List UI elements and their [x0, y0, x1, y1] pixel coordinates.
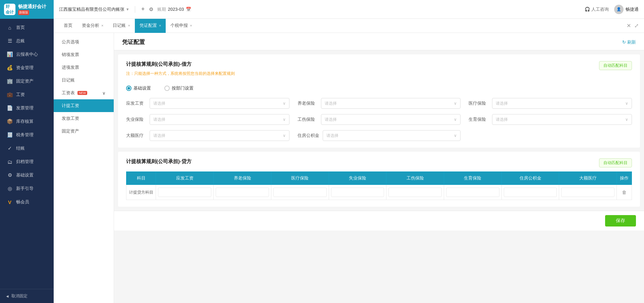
sidebar-item-assets[interactable]: 🏢 固定资产	[0, 74, 54, 88]
th-pension: 养老保险	[214, 172, 271, 185]
select-housing-placeholder: 请选择	[326, 133, 338, 139]
company-selector[interactable]: 江西服宝精品有限责任公司内账张 ▾	[59, 6, 129, 12]
left-menu-journal[interactable]: 日记账	[54, 74, 114, 87]
radio-basic[interactable]: 基础设置	[126, 85, 151, 91]
user-menu[interactable]: 👤 畅捷通	[614, 5, 639, 14]
sidebar-nav: ⌂ 首页 ☰ 总账 📊 云报表中心 💰 资金管理 🏢 固定资产 💼 工资 📄 发…	[0, 19, 54, 289]
expand-button[interactable]: ⤢	[634, 22, 639, 29]
sidebar-item-salary[interactable]: 💼 工资	[0, 88, 54, 101]
left-menu-sales[interactable]: 销项发票	[54, 48, 114, 61]
delete-icon[interactable]: 🗑	[622, 190, 627, 195]
sidebar-cancel-fixed[interactable]: ◄ 取消固定	[0, 289, 54, 303]
select-salary[interactable]: 请选择 ∨	[150, 98, 289, 109]
select-unemployment[interactable]: 请选择 ∨	[150, 114, 289, 125]
input-pension[interactable]	[216, 188, 269, 197]
select-major-medical[interactable]: 请选择 ∨	[150, 130, 289, 141]
tab-funds[interactable]: 资金分析 ×	[77, 19, 108, 33]
credit-table-head: 科目 应发工资 养老保险 医疗保险 失业保险 工伤保险 生育保险 住房公积金 大…	[126, 172, 632, 185]
tax-icon: 🧾	[7, 132, 13, 138]
tab-journal[interactable]: 日记账 ×	[108, 19, 135, 33]
select-medical-placeholder: 请选择	[496, 101, 508, 106]
tab-journal-close[interactable]: ×	[128, 23, 130, 28]
tab-voucher-label: 凭证配置	[140, 22, 157, 29]
td-salary-input[interactable]	[156, 185, 214, 200]
td-housing-input[interactable]	[501, 185, 559, 200]
select-injury[interactable]: 请选择 ∨	[321, 114, 461, 125]
credit-auto-match-button[interactable]: 自动匹配科目	[599, 158, 632, 167]
input-medical[interactable]	[273, 188, 327, 197]
credit-section: 计提核算规则(公司承担)-贷方 自动匹配科目 科目 应发工资 养老保险 医疗保险…	[118, 152, 640, 207]
th-salary: 应发工资	[156, 172, 214, 185]
sidebar-item-guide[interactable]: ◎ 新手引导	[0, 182, 54, 195]
save-button[interactable]: 保存	[605, 215, 636, 226]
select-maternity[interactable]: 请选择 ∨	[492, 114, 632, 125]
radio-basic-circle	[126, 86, 131, 91]
sidebar-item-inventory[interactable]: 📦 库存核算	[0, 115, 54, 128]
guide-icon: ◎	[7, 186, 13, 192]
td-pension-input[interactable]	[214, 185, 271, 200]
tab-voucher-close[interactable]: ×	[159, 23, 161, 28]
sidebar-item-archive[interactable]: 🗂 归档管理	[0, 155, 54, 168]
sidebar-item-home[interactable]: ⌂ 首页	[0, 21, 54, 34]
td-injury-input[interactable]	[386, 185, 444, 200]
debit-section-title: 计提核算规则(公司承担)-借方	[126, 61, 235, 67]
select-pension-placeholder: 请选择	[325, 101, 337, 106]
sidebar-item-reports[interactable]: 📊 云报表中心	[0, 48, 54, 61]
td-unemployment-input[interactable]	[329, 185, 386, 200]
select-major-medical-placeholder: 请选择	[153, 133, 165, 139]
calendar-icon[interactable]: 📅	[186, 7, 191, 12]
username-label: 畅捷通	[626, 6, 639, 12]
salary-icon: 💼	[7, 92, 13, 98]
input-unemployment[interactable]	[331, 188, 384, 197]
left-menu-pay-salary[interactable]: 发放工资	[54, 112, 114, 125]
input-housing[interactable]	[504, 188, 557, 197]
tab-funds-close[interactable]: ×	[101, 23, 103, 28]
input-salary[interactable]	[158, 188, 211, 197]
radio-dept[interactable]: 按部门设置	[164, 85, 194, 91]
refresh-button[interactable]: ↻ 刷新	[622, 39, 636, 45]
sidebar-item-ledger[interactable]: ☰ 总账	[0, 34, 54, 48]
select-maternity-placeholder: 请选择	[496, 117, 508, 122]
select-housing[interactable]: 请选择 ∨	[323, 130, 461, 141]
td-maternity-input[interactable]	[444, 185, 502, 200]
left-menu-fixed-assets[interactable]: 固定资产	[54, 125, 114, 138]
sidebar-label-home: 首页	[16, 24, 25, 31]
left-menu-public[interactable]: 公共选项	[54, 36, 114, 48]
select-medical[interactable]: 请选择 ∨	[492, 98, 632, 109]
radio-basic-label: 基础设置	[133, 85, 151, 91]
sidebar-item-tax[interactable]: 🧾 税务管理	[0, 128, 54, 142]
radio-group: 基础设置 按部门设置	[126, 85, 632, 91]
sidebar-item-funds[interactable]: 💰 资金管理	[0, 61, 54, 74]
sidebar-item-invoice[interactable]: 📄 发票管理	[0, 101, 54, 115]
left-menu-purchase[interactable]: 进项发票	[54, 61, 114, 74]
tab-tax[interactable]: 个税申报 ×	[166, 19, 197, 33]
tab-tax-close[interactable]: ×	[190, 23, 192, 28]
th-action: 操作	[617, 172, 632, 185]
funds-icon: 💰	[7, 65, 13, 71]
topbar-divider1	[135, 6, 135, 13]
debit-auto-match-button[interactable]: 自动匹配科目	[599, 61, 632, 70]
period-selector[interactable]: 账期 2023-03 📅	[157, 6, 192, 12]
close-window-button[interactable]: ✕	[627, 22, 631, 29]
input-maternity[interactable]	[446, 188, 499, 197]
left-menu-advance-salary[interactable]: 计提工资	[54, 99, 114, 112]
sidebar-item-closing[interactable]: ✓ 结账	[0, 142, 54, 155]
tab-voucher[interactable]: 凭证配置 ×	[135, 19, 166, 33]
sidebar-label-funds: 资金管理	[16, 65, 34, 71]
td-medical-input[interactable]	[271, 185, 329, 200]
select-pension[interactable]: 请选择 ∨	[321, 98, 461, 109]
debit-form-grid: 应发工资 请选择 ∨ 养老保险 请选择 ∨ 医疗	[126, 98, 632, 141]
sidebar-label-salary: 工资	[16, 92, 25, 98]
td-major-medical-input[interactable]	[559, 185, 617, 200]
assets-icon: 🏢	[7, 78, 13, 84]
settings-button[interactable]: ⚙	[149, 6, 153, 12]
tab-home[interactable]: 首页	[59, 19, 77, 33]
help-button[interactable]: 🎧 人工咨询	[585, 6, 609, 12]
input-major-medical[interactable]	[561, 188, 614, 197]
input-injury[interactable]	[388, 188, 442, 197]
invoice-icon: 📄	[7, 105, 13, 111]
left-menu-salary-table[interactable]: 工资表 NEW ∨	[54, 87, 114, 99]
add-tab-button[interactable]: +	[141, 6, 145, 13]
sidebar-item-member[interactable]: V 畅会员	[0, 195, 54, 209]
sidebar-item-settings[interactable]: ⚙ 基础设置	[0, 168, 54, 182]
